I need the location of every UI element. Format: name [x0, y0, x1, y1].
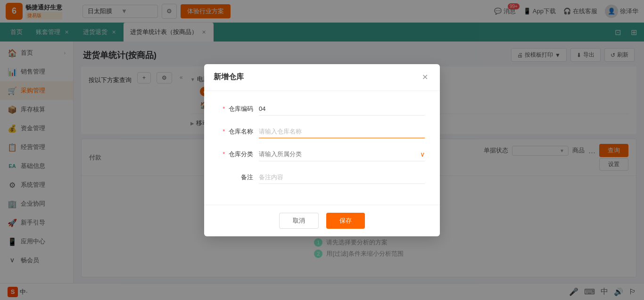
modal-close-button[interactable]: ✕: [419, 72, 430, 83]
name-label: * 仓库名称: [219, 127, 253, 136]
category-select[interactable]: ∨: [259, 148, 425, 161]
new-warehouse-modal: 新增仓库 ✕ * 仓库编码 * 仓库名称: [204, 64, 440, 236]
required-mark: *: [223, 105, 225, 112]
modal-header: 新增仓库 ✕: [204, 64, 440, 91]
code-input[interactable]: [259, 102, 425, 116]
code-label: * 仓库编码: [219, 105, 253, 113]
category-label: * 仓库分类: [219, 150, 253, 158]
form-row-category: * 仓库分类 ∨: [219, 148, 425, 161]
cancel-button[interactable]: 取消: [279, 213, 319, 229]
form-row-code: * 仓库编码: [219, 102, 425, 116]
name-input[interactable]: [259, 125, 425, 138]
remark-input[interactable]: [259, 171, 425, 184]
form-row-name: * 仓库名称: [219, 125, 425, 138]
category-input[interactable]: [259, 150, 420, 158]
form-row-remark: 备注: [219, 171, 425, 184]
save-button[interactable]: 保存: [326, 213, 365, 229]
required-mark2: *: [223, 128, 225, 135]
remark-label: 备注: [219, 173, 253, 182]
modal-overlay[interactable]: 新增仓库 ✕ * 仓库编码 * 仓库名称: [0, 0, 644, 300]
required-mark3: *: [223, 150, 225, 158]
modal-title: 新增仓库: [214, 72, 419, 82]
modal-body: * 仓库编码 * 仓库名称 * 仓库分类: [204, 91, 440, 205]
modal-footer: 取消 保存: [204, 205, 440, 236]
category-chevron-icon: ∨: [420, 150, 425, 158]
